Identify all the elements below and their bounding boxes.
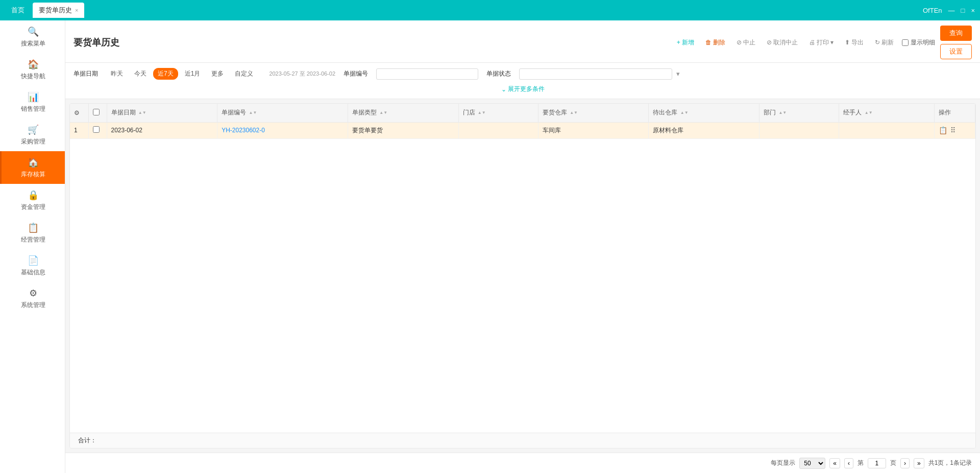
row-department — [760, 122, 839, 138]
sidebar-item-quicknav[interactable]: 🏠 快捷导航 — [0, 53, 65, 86]
print-label: 打印 — [817, 38, 829, 47]
row-select-checkbox[interactable] — [93, 126, 100, 133]
toolbar: + 新增 🗑 删除 ⊘ 中止 ⊘ 取消中止 🖨 打印 ▾ — [674, 26, 972, 59]
main-layout: 🔍 搜索菜单 🏠 快捷导航 📊 销售管理 🛒 采购管理 🏠 库存核算 🔒 资金管… — [0, 20, 980, 473]
sidebar-item-search[interactable]: 🔍 搜索菜单 — [0, 20, 65, 53]
refresh-button[interactable]: ↻ 刷新 — [872, 36, 897, 49]
table-row: 1 2023-06-02 YH-20230602-0 要货单要货 车间库 原材料… — [70, 122, 975, 138]
active-tab[interactable]: 要货单历史 × — [33, 3, 84, 18]
sidebar-item-basicinfo[interactable]: 📄 基础信息 — [0, 249, 65, 282]
sort-no-icon: ▲▼ — [249, 111, 257, 115]
sidebar-item-inventory[interactable]: 🏠 库存核算 — [0, 151, 65, 184]
show-detail-input[interactable] — [902, 39, 909, 46]
row-pending-warehouse: 原材料仓库 — [649, 122, 760, 138]
filter-row-1: 单据日期 昨天 今天 近7天 近1月 更多 自定义 2023-05-27 至 2… — [74, 68, 972, 80]
date-btn-yesterday[interactable]: 昨天 — [106, 68, 128, 80]
pagination-bar: 每页显示 50 10 20 100 « ‹ 第 页 › » 共1页，1条记录 — [65, 453, 980, 473]
action-icons: 📋 ⠿ — [939, 126, 971, 134]
date-btn-today[interactable]: 今天 — [130, 68, 151, 80]
settings-button[interactable]: 设置 — [940, 44, 972, 59]
status-dropdown-icon[interactable]: ▾ — [676, 70, 680, 78]
stop-button[interactable]: ⊘ 中止 — [733, 36, 758, 49]
table-footer: 合计： — [70, 433, 975, 448]
stop-icon: ⊘ — [737, 39, 742, 46]
date-btn-7days[interactable]: 近7天 — [153, 68, 178, 80]
order-no-input[interactable] — [376, 68, 478, 80]
sort-date-icon: ▲▼ — [138, 111, 146, 115]
page-input[interactable] — [868, 458, 886, 468]
close-tab-icon[interactable]: × — [75, 7, 78, 13]
col-action: 操作 — [935, 104, 975, 122]
home-tab[interactable]: 首页 — [5, 3, 31, 18]
prev-page-btn[interactable]: ‹ — [844, 458, 853, 468]
sidebar-item-sales[interactable]: 📊 销售管理 — [0, 86, 65, 119]
data-table: ⚙ 单据日期 ▲▼ 单据编号 ▲▼ 单据类型 — [70, 104, 975, 139]
next-page-btn[interactable]: › — [900, 458, 910, 468]
top-bar: 首页 要货单历史 × OfTEn — □ × — [0, 0, 980, 20]
col-handler[interactable]: 经手人 ▲▼ — [839, 104, 935, 122]
date-btn-more[interactable]: 更多 — [207, 68, 228, 80]
first-page-btn[interactable]: « — [829, 458, 840, 468]
sort-handler-icon: ▲▼ — [865, 111, 873, 115]
per-page-select[interactable]: 50 10 20 100 — [799, 458, 825, 469]
minimize-btn[interactable]: — — [948, 7, 955, 14]
action-buttons: 查询 设置 — [940, 26, 972, 59]
sidebar-item-operations[interactable]: 📋 经营管理 — [0, 217, 65, 249]
more-action-icon[interactable]: ⠿ — [950, 126, 955, 134]
sidebar-item-system[interactable]: ⚙ 系统管理 — [0, 282, 65, 315]
date-filter-buttons: 昨天 今天 近7天 近1月 更多 自定义 — [106, 68, 258, 80]
expand-filter-btn[interactable]: ⌄ 展开更多条件 — [501, 85, 545, 93]
per-page-label: 每页显示 — [771, 459, 795, 467]
cancel-stop-button[interactable]: ⊘ 取消中止 — [764, 36, 801, 49]
delete-button[interactable]: 🗑 删除 — [702, 36, 728, 49]
edit-action-icon[interactable]: 📋 — [939, 126, 947, 134]
date-btn-custom[interactable]: 自定义 — [230, 68, 258, 80]
last-page-btn[interactable]: » — [914, 458, 924, 468]
show-detail-checkbox[interactable]: 显示明细 — [902, 38, 935, 47]
table-header-row: ⚙ 单据日期 ▲▼ 单据编号 ▲▼ 单据类型 — [70, 104, 975, 122]
table-container: ⚙ 单据日期 ▲▼ 单据编号 ▲▼ 单据类型 — [69, 103, 976, 448]
row-actions: 📋 ⠿ — [935, 122, 975, 138]
row-handler — [839, 122, 935, 138]
show-detail-label: 显示明细 — [911, 38, 935, 47]
close-btn[interactable]: × — [971, 7, 975, 14]
query-button[interactable]: 查询 — [940, 26, 972, 41]
col-settings[interactable]: ⚙ — [70, 104, 88, 122]
refresh-icon: ↻ — [875, 39, 880, 46]
col-store[interactable]: 门店 ▲▼ — [458, 104, 538, 122]
refresh-label: 刷新 — [881, 38, 894, 47]
col-req-warehouse[interactable]: 要货仓库 ▲▼ — [538, 104, 649, 122]
col-pending-warehouse[interactable]: 待出仓库 ▲▼ — [649, 104, 760, 122]
export-button[interactable]: ⬆ 导出 — [842, 36, 867, 49]
col-type[interactable]: 单据类型 ▲▼ — [348, 104, 458, 122]
sidebar-item-purchase[interactable]: 🛒 采购管理 — [0, 119, 65, 151]
order-link[interactable]: YH-20230602-0 — [222, 127, 265, 134]
footer-label: 合计： — [78, 436, 96, 445]
sidebar-item-finance[interactable]: 🔒 资金管理 — [0, 184, 65, 217]
status-filter-container: ▾ — [519, 68, 972, 80]
select-all-checkbox[interactable] — [93, 109, 100, 115]
status-label: 单据状态 — [486, 69, 511, 78]
top-bar-right: OfTEn — □ × — [923, 7, 975, 14]
finance-icon: 🔒 — [28, 190, 39, 201]
sidebar-item-label: 系统管理 — [21, 301, 45, 310]
page-header: 要货单历史 + 新增 🗑 删除 ⊘ 中止 ⊘ 取消中止 🖨 — [65, 20, 980, 63]
row-order-id: YH-20230602-0 — [217, 122, 348, 138]
col-department[interactable]: 部门 ▲▼ — [760, 104, 839, 122]
page-title: 要货单历史 — [74, 36, 674, 49]
active-tab-label: 要货单历史 — [39, 6, 72, 15]
add-button[interactable]: + 新增 — [674, 36, 697, 49]
delete-label: 删除 — [713, 38, 725, 47]
print-button[interactable]: 🖨 打印 ▾ — [806, 36, 837, 49]
cancel-icon: ⊘ — [767, 39, 772, 46]
date-btn-1month[interactable]: 近1月 — [180, 68, 205, 80]
col-no[interactable]: 单据编号 ▲▼ — [217, 104, 348, 122]
sort-req-icon: ▲▼ — [570, 111, 578, 115]
sidebar-item-label: 经营管理 — [21, 235, 45, 244]
often-label: OfTEn — [923, 7, 942, 14]
row-type: 要货单要货 — [348, 122, 458, 138]
maximize-btn[interactable]: □ — [961, 7, 965, 14]
status-input[interactable] — [519, 68, 672, 80]
col-date[interactable]: 单据日期 ▲▼ — [107, 104, 217, 122]
row-store — [458, 122, 538, 138]
